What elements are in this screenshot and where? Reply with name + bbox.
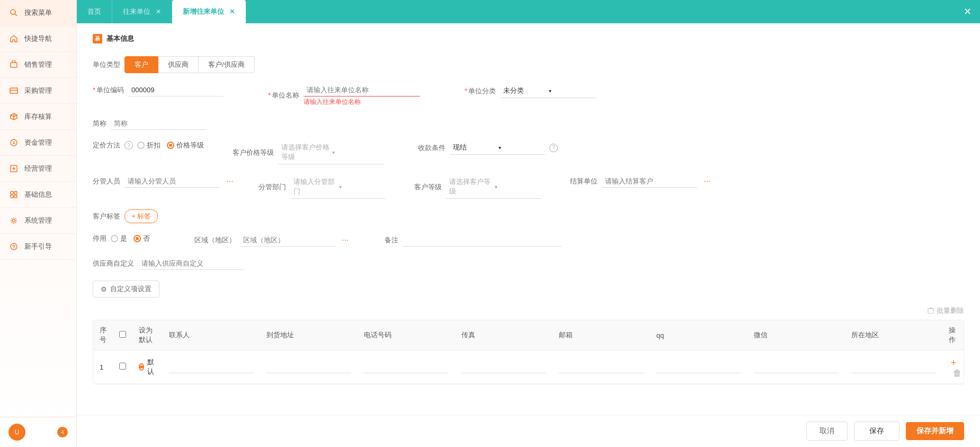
phone-input[interactable]: [364, 361, 449, 373]
customer-level-select[interactable]: 请选择客户等级 ▾: [446, 175, 541, 199]
type-btn-both[interactable]: 客户/供应商: [199, 56, 255, 73]
tab-partners-close[interactable]: ✕: [156, 8, 161, 15]
tab-new-partner-close[interactable]: ✕: [229, 8, 235, 15]
sidebar-item-inventory[interactable]: 库存核算: [0, 104, 76, 130]
payment-terms-select[interactable]: 现结 ▾: [450, 141, 545, 155]
supplier-custom-row: 供应商自定义: [93, 257, 964, 270]
col-action: 操作: [942, 320, 964, 350]
svg-rect-2: [11, 63, 17, 67]
disable-radio-no[interactable]: 否: [133, 234, 150, 243]
alias-input[interactable]: [111, 117, 206, 130]
sidebar-item-guide[interactable]: 新手引导: [0, 234, 76, 260]
unit-code-label: *单位编码: [93, 85, 124, 95]
sidebar-item-sales[interactable]: 销售管理: [0, 52, 76, 78]
supplier-custom-field: 供应商自定义: [93, 257, 244, 270]
settlement-more-icon[interactable]: ···: [701, 177, 712, 186]
department-select[interactable]: 请输入分管部门 ▾: [290, 175, 386, 199]
sidebar-item-basic[interactable]: 基础信息: [0, 182, 76, 208]
tab-home-label: 首页: [87, 7, 101, 16]
window-close-button[interactable]: ✕: [955, 6, 980, 17]
qq-input[interactable]: [656, 361, 741, 373]
unit-name-label: *单位名称: [268, 91, 299, 100]
sidebar-item-label: 快捷导航: [24, 34, 52, 43]
manager-input[interactable]: [124, 175, 220, 188]
svg-point-5: [11, 139, 17, 146]
section-title-text: 基本信息: [106, 34, 134, 43]
row-default-radio[interactable]: [139, 363, 144, 371]
unit-code-field: *单位编码: [93, 84, 224, 97]
department-label: 分管部门: [259, 182, 286, 192]
sidebar-item-finance[interactable]: 资金管理: [0, 130, 76, 156]
address-input[interactable]: [266, 361, 351, 373]
payment-terms-label: 收款条件: [418, 143, 446, 153]
chevron-down-icon: ▾: [498, 145, 542, 151]
pricing-radio-discount[interactable]: 折扣: [137, 141, 161, 150]
region-more-icon[interactable]: ···: [340, 235, 351, 245]
disable-radio-yes[interactable]: 是: [111, 234, 127, 243]
payment-terms-field: 收款条件 现结 ▾ ?: [418, 141, 558, 155]
inventory-icon: [8, 111, 19, 122]
sidebar-item-quicknav[interactable]: 快捷导航: [0, 26, 76, 52]
manager-more-icon[interactable]: ···: [224, 177, 235, 186]
fax-input[interactable]: [461, 361, 546, 373]
disable-yes-label: 是: [120, 234, 127, 243]
unit-type-buttons: 客户 供应商 客户/供应商: [124, 56, 255, 73]
del-row-button[interactable]: 🗑: [953, 369, 961, 378]
customer-level-field: 客户等级 请选择客户等级 ▾: [414, 175, 541, 199]
custom-settings-button[interactable]: ⚙ 自定义项设置: [93, 281, 159, 297]
sidebar-item-search[interactable]: 搜索菜单: [0, 0, 76, 26]
col-seq: 序号: [93, 320, 113, 350]
email-input[interactable]: [559, 361, 644, 373]
unit-code-input[interactable]: [128, 84, 224, 97]
sidebar-item-system[interactable]: 系统管理: [0, 208, 76, 234]
tab-new-partner[interactable]: 新增往来单位 ✕: [172, 0, 246, 23]
home-icon: [8, 33, 19, 44]
sidebar-item-purchase[interactable]: 采购管理: [0, 78, 76, 104]
type-btn-supplier[interactable]: 供应商: [158, 56, 199, 73]
add-row-button[interactable]: ＋: [949, 357, 958, 367]
region-input[interactable]: [240, 234, 335, 247]
radio-circle-pricelevel: [167, 142, 174, 149]
supplier-custom-input[interactable]: [138, 257, 244, 270]
sidebar-item-label: 采购管理: [24, 86, 52, 95]
sidebar-item-operations[interactable]: 经营管理: [0, 156, 76, 182]
pricing-help-icon[interactable]: ?: [124, 141, 133, 150]
tab-new-partner-label: 新增往来单位: [183, 7, 224, 16]
region-row-input[interactable]: [851, 361, 936, 373]
gear-icon: ⚙: [101, 285, 107, 293]
sidebar-item-label: 经营管理: [24, 164, 52, 173]
tab-partners[interactable]: 往来单位 ✕: [112, 0, 172, 23]
add-tag-button[interactable]: + 标签: [124, 209, 158, 223]
form-content: 基 基本信息 单位类型 客户 供应商 客户/供应商 *单位编码: [77, 23, 980, 415]
cancel-button[interactable]: 取消: [806, 422, 848, 441]
customer-tag-label: 客户标签: [93, 212, 120, 221]
row-qq: [650, 350, 747, 384]
svg-rect-16: [928, 309, 933, 313]
unit-category-select[interactable]: 未分类 ▾: [500, 84, 595, 98]
unit-name-input[interactable]: [304, 84, 420, 97]
search-icon: [8, 7, 19, 18]
customer-price-level-select[interactable]: 请选择客户价格等级 ▾: [278, 141, 384, 164]
disable-label: 停用: [93, 234, 106, 243]
row-checkbox-cell: [113, 350, 132, 384]
remark-input[interactable]: [403, 234, 562, 247]
customer-price-level-field: 客户价格等级 请选择客户价格等级 ▾: [233, 141, 384, 164]
payment-help-icon[interactable]: ?: [549, 144, 558, 152]
save-new-button[interactable]: 保存并新增: [906, 422, 964, 440]
pricing-radio-pricelevel[interactable]: 价格等级: [167, 141, 204, 150]
type-btn-customer[interactable]: 客户: [124, 56, 158, 73]
wechat-input[interactable]: [754, 361, 839, 373]
row-checkbox[interactable]: [119, 363, 126, 370]
sidebar-item-label: 新手引导: [24, 242, 52, 251]
add-tag-label: + 标签: [131, 212, 151, 221]
tab-home[interactable]: 首页: [77, 0, 112, 23]
user-avatar[interactable]: U: [8, 424, 25, 441]
col-default: 设为默认: [132, 320, 163, 350]
save-button[interactable]: 保存: [854, 422, 899, 441]
select-all-checkbox[interactable]: [119, 331, 126, 338]
settlement-unit-input[interactable]: [602, 175, 697, 188]
notification-badge[interactable]: 4: [57, 427, 68, 437]
contact-input[interactable]: [169, 361, 254, 373]
batch-delete-label[interactable]: 批量删除: [937, 306, 964, 315]
sidebar-item-label: 系统管理: [24, 216, 52, 225]
